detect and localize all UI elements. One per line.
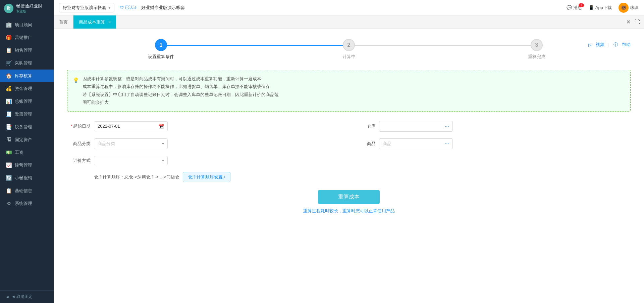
- logo-pro: 专业版: [16, 9, 42, 13]
- step-2-circle: 2: [343, 39, 355, 51]
- topbar-right: 💬 消息 1 📱 App下载 🐻 珠珠: [567, 3, 639, 13]
- required-star: *: [71, 124, 72, 129]
- start-date-label: *起始日期: [67, 123, 91, 129]
- category-field: 商品分类 商品分类 ▾: [67, 138, 345, 149]
- app-download-button[interactable]: 📱 App下载: [589, 5, 612, 11]
- start-date-field: *起始日期 2022-07-01 📅: [67, 121, 345, 131]
- sidebar-item-label: 采购管理: [15, 60, 32, 66]
- sidebar-item-assets[interactable]: 🏗固定资产: [0, 133, 54, 146]
- calendar-icon[interactable]: 📅: [158, 124, 164, 129]
- sidebar-item-purchase[interactable]: 🛒采购管理: [0, 57, 54, 70]
- sidebar-item-label: 资金管理: [15, 86, 32, 92]
- step-3-label: 重算完成: [528, 54, 545, 60]
- pricing-select[interactable]: ▾: [94, 156, 168, 165]
- certified-text: 已认证: [125, 5, 137, 10]
- account-name: 好业财专业版演示帐套: [141, 5, 185, 11]
- invoice-icon: 🧾: [5, 111, 12, 117]
- sidebar-footer[interactable]: ◄ ◄ 取消固定: [0, 290, 54, 303]
- info-line-2: 成本重算过程中，影响库存账的操作均不能操作，比如进货单、销售单、库存单据不能审核…: [83, 83, 279, 90]
- recalculate-button[interactable]: 重算成本: [318, 190, 380, 204]
- tab-home[interactable]: 首页: [54, 15, 73, 29]
- assets-icon: 🏗: [5, 137, 12, 142]
- step-3-circle: 3: [531, 39, 543, 51]
- warehouse-order-settings-button[interactable]: 仓库计算顺序设置 ›: [183, 172, 230, 182]
- tab-cost-recalc-label: 商品成本重算: [79, 19, 105, 25]
- form-row-3: 计价方式 ▾: [67, 156, 631, 165]
- user-avatar-area[interactable]: 🐻 珠珠: [619, 3, 639, 13]
- step-2: 2 计算中: [255, 39, 443, 60]
- message-badge: 1: [579, 3, 584, 7]
- warehouse-input[interactable]: ···: [379, 121, 453, 132]
- pricing-field: 计价方式 ▾: [67, 156, 631, 165]
- message-button[interactable]: 💬 消息 1: [567, 5, 582, 11]
- expand-icon[interactable]: ⛶: [635, 19, 640, 25]
- product-more-icon[interactable]: ···: [445, 141, 449, 147]
- warehouse-field: 仓库 ···: [352, 121, 631, 132]
- sidebar-item-label: 销售管理: [15, 47, 32, 53]
- tabbar: 首页 商品成本重算 × ✕ ⛶: [54, 15, 644, 29]
- category-placeholder: 商品分类: [98, 141, 159, 147]
- sidebar-item-sales[interactable]: 📋销售管理: [0, 44, 54, 57]
- info-box: 💡 因成本计算参数调整，或是对商品成本有疑问时，可以通过成本重算功能，重新计算一…: [67, 70, 631, 112]
- warehouse-order-btn-label: 仓库计算顺序设置: [188, 174, 223, 180]
- info-text: 因成本计算参数调整，或是对商品成本有疑问时，可以通过成本重算功能，重新计算一遍成…: [83, 75, 279, 106]
- sidebar-item-label: 工资: [15, 149, 23, 156]
- sidebar-item-system[interactable]: ⚙系统管理: [0, 197, 54, 210]
- recalculate-btn-label: 重算成本: [338, 194, 360, 200]
- unpin-icon: ◄: [5, 295, 9, 299]
- form-row-2: 商品分类 商品分类 ▾ 商品 商品 ···: [67, 138, 631, 149]
- sidebar: 财 畅捷通好业财 专业版 🏢项目顾问🎁营销推广📋销售管理🛒采购管理🏠库存核算💰资…: [0, 0, 54, 303]
- tab-close-icon[interactable]: ×: [108, 20, 111, 25]
- category-select[interactable]: 商品分类 ▾: [94, 138, 168, 149]
- sidebar-item-label: 营销推广: [15, 35, 32, 41]
- help-btn[interactable]: 帮助: [622, 42, 631, 48]
- start-date-input[interactable]: 2022-07-01 📅: [94, 121, 168, 131]
- product-input[interactable]: 商品 ···: [379, 138, 453, 149]
- account-select[interactable]: 好业财专业版演示帐套 ▾: [59, 3, 114, 12]
- purchase-icon: 🛒: [5, 60, 12, 66]
- sidebar-item-accounting[interactable]: 📊总账管理: [0, 95, 54, 108]
- sidebar-item-marketing[interactable]: 🎁营销推广: [0, 31, 54, 44]
- play-icon: ▷: [588, 42, 592, 47]
- sidebar-item-tax[interactable]: 📑税务管理: [0, 121, 54, 133]
- tax-icon: 📑: [5, 124, 12, 130]
- warehouse-more-icon[interactable]: ···: [445, 123, 449, 129]
- sidebar-item-operation[interactable]: 📈经营管理: [0, 159, 54, 172]
- unpin-label: ◄ 取消固定: [11, 294, 33, 300]
- step-1-label: 设置重算条件: [148, 54, 174, 60]
- info-icon: 💡: [73, 76, 79, 106]
- product-label: 商品: [352, 141, 376, 147]
- sidebar-item-label: 发票管理: [15, 111, 32, 117]
- sidebar-item-invoice[interactable]: 🧾发票管理: [0, 108, 54, 121]
- account-select-text: 好业财专业版演示帐套: [63, 5, 106, 11]
- category-label: 商品分类: [67, 141, 91, 147]
- topbar: 好业财专业版演示帐套 ▾ 🛡 已认证 好业财专业版演示帐套 💬 消息 1 📱 A…: [54, 0, 644, 15]
- info-line-1: 因成本计算参数调整，或是对商品成本有疑问时，可以通过成本重算功能，重新计算一遍成…: [83, 75, 279, 83]
- sidebar-item-basic[interactable]: 📋基础信息: [0, 184, 54, 197]
- salary-icon: 💵: [5, 149, 12, 156]
- logo-name: 畅捷通好业财: [16, 3, 42, 9]
- sidebar-item-finance[interactable]: 💰资金管理: [0, 82, 54, 95]
- basic-icon: 📋: [5, 188, 12, 194]
- warehouse-order-text: 仓库计算顺序：总仓->深圳仓库->...->门店仓: [67, 174, 179, 180]
- info-line-4: 围可能会扩大: [83, 98, 279, 106]
- help-video-btn[interactable]: 视频: [596, 42, 604, 48]
- pricing-label: 计价方式: [67, 158, 91, 164]
- sidebar-item-project[interactable]: 🏢项目顾问: [0, 18, 54, 31]
- chevron-down-icon: ▾: [162, 141, 164, 146]
- sidebar-item-label: 税务管理: [15, 124, 32, 130]
- tab-cost-recalc[interactable]: 商品成本重算 ×: [73, 15, 116, 29]
- sidebar-item-inventory[interactable]: 🏠库存核算: [0, 70, 54, 82]
- shield-icon: 🛡: [120, 5, 124, 10]
- form-row-1: *起始日期 2022-07-01 📅 仓库 ···: [67, 121, 631, 132]
- steps-indicator: 1 设置重算条件 2 计算中 3 重算完成 ▷ 视频: [67, 39, 631, 60]
- step-1-circle: 1: [155, 39, 167, 51]
- main-area: 好业财专业版演示帐套 ▾ 🛡 已认证 好业财专业版演示帐套 💬 消息 1 📱 A…: [54, 0, 644, 303]
- close-window-icon[interactable]: ✕: [626, 19, 631, 25]
- tabbar-right-actions: ✕ ⛶: [622, 15, 644, 29]
- message-icon: 💬: [567, 5, 572, 10]
- sidebar-item-salary[interactable]: 💵工资: [0, 146, 54, 159]
- sidebar-item-label: 基础信息: [15, 188, 32, 194]
- sidebar-item-label: 项目顾问: [15, 22, 32, 28]
- sidebar-item-expense[interactable]: 🔄小畅报销: [0, 172, 54, 184]
